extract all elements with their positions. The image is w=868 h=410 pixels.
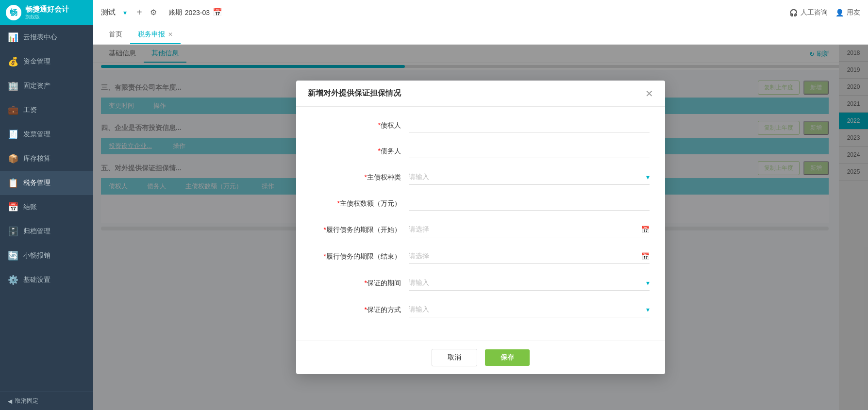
- expense-icon: 🔄: [8, 250, 18, 261]
- sidebar-item-tax[interactable]: 📋 税务管理: [0, 171, 93, 195]
- form-row-period-end: *履行债务的期限（结束） 请选择 📅: [312, 249, 650, 264]
- sidebar-item-label: 工资: [23, 106, 37, 115]
- logo-icon: 畅: [6, 5, 21, 20]
- sidebar-item-label: 税务管理: [23, 179, 50, 187]
- period-start-date[interactable]: 请选择 📅: [409, 222, 650, 237]
- guarantee-period-placeholder: 请输入: [409, 279, 646, 287]
- sidebar-item-settings[interactable]: ⚙️ 基础设置: [0, 268, 93, 292]
- form-row-period-start: *履行债务的期限（开始） 请选择 📅: [312, 222, 650, 237]
- fund-icon: 💰: [8, 56, 18, 67]
- guarantee-method-select[interactable]: 请输入 ▾: [409, 302, 650, 317]
- modal-footer: 取消 保存: [296, 341, 665, 374]
- guarantee-period-select[interactable]: 请输入 ▾: [409, 276, 650, 291]
- period-value: 2023-03: [185, 9, 210, 16]
- debtor-label: *债务人: [312, 147, 409, 156]
- period-start-placeholder: 请选择: [409, 225, 641, 234]
- creditor-input[interactable]: [409, 118, 650, 132]
- sidebar-item-label: 资金管理: [23, 57, 50, 66]
- archive-icon: 🗄️: [8, 226, 18, 237]
- page-tabs: 首页 税务申报 ✕: [93, 25, 868, 45]
- sidebar-item-invoice[interactable]: 🧾 发票管理: [0, 122, 93, 147]
- period-end-placeholder: 请选择: [409, 252, 641, 261]
- calendar-icon[interactable]: 📅: [213, 8, 222, 17]
- form-row-debtor: *债务人: [312, 144, 650, 158]
- guarantee-period-dropdown-icon: ▾: [646, 279, 650, 287]
- claim-type-dropdown-icon: ▾: [646, 173, 650, 181]
- guarantee-period-label: *保证的期间: [312, 279, 409, 288]
- topbar-right: 🎧 人工咨询 👤 用友: [789, 8, 860, 17]
- modal-header: 新增对外提供保证担保情况 ✕: [296, 81, 665, 107]
- main-area: 测试 ▾ + ⚙ 账期 2023-03 📅 🎧 人工咨询 👤 用友: [93, 0, 868, 410]
- guarantee-method-dropdown-icon: ▾: [646, 306, 650, 313]
- sidebar-item-fund[interactable]: 💰 资金管理: [0, 49, 93, 74]
- company-name: 测试: [101, 8, 116, 17]
- user-icon: 👤: [835, 9, 844, 16]
- invoice-icon: 🧾: [8, 129, 18, 140]
- claim-type-label: *主债权种类: [312, 173, 409, 182]
- content-area: 基础信息 其他信息 ↻ 刷新 ✕: [93, 45, 868, 410]
- claim-amount-label: *主债权数额（万元）: [312, 199, 409, 208]
- sidebar-cancel-fixed[interactable]: ◀ 取消固定: [0, 392, 93, 410]
- pin-icon: ◀: [8, 398, 12, 405]
- form-row-claim-type: *主债权种类 请输入 ▾: [312, 170, 650, 185]
- sidebar-item-label: 归档管理: [23, 227, 50, 236]
- sidebar-item-settle[interactable]: 📅 结账: [0, 195, 93, 219]
- period-selector: 账期 2023-03 📅: [168, 8, 222, 17]
- salary-icon: 💼: [8, 105, 18, 115]
- sidebar-item-expense[interactable]: 🔄 小畅报销: [0, 244, 93, 268]
- sidebar-item-label: 基础设置: [23, 276, 50, 284]
- logo-text: 畅捷通好会计: [25, 5, 69, 14]
- sidebar-item-label: 发票管理: [23, 130, 50, 139]
- debtor-input[interactable]: [409, 144, 650, 158]
- period-label: 账期: [168, 8, 182, 17]
- period-end-date[interactable]: 请选择 📅: [409, 249, 650, 264]
- sidebar-item-label: 云报表中心: [23, 33, 57, 42]
- period-start-calendar-icon: 📅: [641, 226, 650, 233]
- sidebar-nav: 📊 云报表中心 💰 资金管理 🏢 固定资产 💼 工资 🧾 发票管理 📦: [0, 25, 93, 392]
- settings-icon: ⚙️: [8, 275, 18, 285]
- sidebar-item-inventory[interactable]: 📦 库存核算: [0, 147, 93, 171]
- claim-type-placeholder: 请输入: [409, 173, 646, 181]
- sidebar-item-label: 小畅报销: [23, 251, 50, 260]
- cancel-button[interactable]: 取消: [432, 349, 477, 366]
- sidebar-item-archive[interactable]: 🗄️ 归档管理: [0, 219, 93, 244]
- sidebar-item-label: 库存核算: [23, 154, 50, 163]
- topbar: 测试 ▾ + ⚙ 账期 2023-03 📅 🎧 人工咨询 👤 用友: [93, 0, 868, 25]
- claim-amount-input[interactable]: [409, 197, 650, 211]
- save-button[interactable]: 保存: [485, 349, 530, 366]
- tax-icon: 📋: [8, 178, 18, 188]
- modal-close-button[interactable]: ✕: [645, 89, 653, 98]
- claim-type-select[interactable]: 请输入 ▾: [409, 170, 650, 185]
- headset-icon: 🎧: [789, 9, 798, 16]
- add-button[interactable]: +: [136, 7, 142, 18]
- tab-home[interactable]: 首页: [101, 25, 130, 44]
- sidebar-item-cloud-report[interactable]: 📊 云报表中心: [0, 25, 93, 49]
- form-row-guarantee-period: *保证的期间 请输入 ▾: [312, 276, 650, 291]
- period-end-label: *履行债务的期限（结束）: [312, 252, 409, 261]
- sidebar-logo: 畅 畅捷通好会计 旗舰版: [0, 0, 93, 25]
- tab-close-icon[interactable]: ✕: [168, 31, 173, 38]
- gear-icon[interactable]: ⚙: [150, 8, 157, 17]
- service-button[interactable]: 🎧 人工咨询: [789, 8, 828, 17]
- company-dropdown-icon[interactable]: ▾: [123, 9, 127, 16]
- period-end-calendar-icon: 📅: [641, 252, 650, 260]
- creditor-label: *债权人: [312, 121, 409, 130]
- sidebar-item-label: 固定资产: [23, 82, 50, 90]
- sidebar-item-label: 结账: [23, 203, 37, 212]
- guarantee-method-placeholder: 请输入: [409, 305, 646, 314]
- sidebar-item-fixed-asset[interactable]: 🏢 固定资产: [0, 74, 93, 98]
- modal-body: *债权人 *债务人: [296, 107, 665, 341]
- sidebar-item-salary[interactable]: 💼 工资: [0, 98, 93, 122]
- guarantee-method-label: *保证的方式: [312, 306, 409, 314]
- modal-dialog: 新增对外提供保证担保情况 ✕ *债权人: [296, 81, 665, 374]
- cloud-report-icon: 📊: [8, 32, 18, 43]
- sidebar: 畅 畅捷通好会计 旗舰版 📊 云报表中心 💰 资金管理 🏢 固定资产 💼: [0, 0, 93, 410]
- modal-title: 新增对外提供保证担保情况: [308, 88, 401, 98]
- tab-tax-report[interactable]: 税务申报 ✕: [130, 25, 181, 44]
- form-row-guarantee-method: *保证的方式 请输入 ▾: [312, 302, 650, 317]
- inventory-icon: 📦: [8, 153, 18, 164]
- fixed-asset-icon: 🏢: [8, 81, 18, 91]
- logo-badge: 旗舰版: [25, 14, 69, 20]
- form-row-claim-amount: *主债权数额（万元）: [312, 197, 650, 211]
- user-menu[interactable]: 👤 用友: [835, 8, 860, 17]
